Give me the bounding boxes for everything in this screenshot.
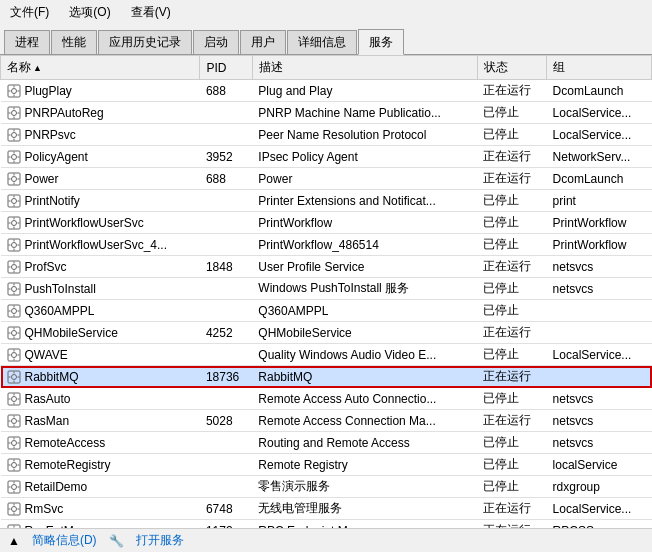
table-row[interactable]: Q360AMPPLQ360AMPPL已停止 [1, 300, 652, 322]
svg-point-1 [11, 88, 16, 93]
cell-desc: QHMobileService [252, 322, 477, 344]
service-name: Q360AMPPL [25, 304, 95, 318]
tab-startup[interactable]: 启动 [193, 30, 239, 54]
service-name: ProfSvc [25, 260, 67, 274]
cell-status: 已停止 [477, 432, 546, 454]
col-group[interactable]: 组 [547, 56, 652, 80]
task-manager-window: 文件(F) 选项(O) 查看(V) 进程 性能 应用历史记录 启动 用户 详细信… [0, 0, 652, 552]
table-row[interactable]: PlugPlay688Plug and Play正在运行DcomLaunch [1, 80, 652, 102]
table-row[interactable]: PNRPsvcPeer Name Resolution Protocol已停止L… [1, 124, 652, 146]
svg-point-25 [11, 176, 16, 181]
service-icon [7, 370, 21, 384]
cell-name: RabbitMQ [1, 366, 200, 388]
cell-status: 已停止 [477, 300, 546, 322]
cell-pid [200, 432, 252, 454]
service-name: PrintNotify [25, 194, 80, 208]
table-row[interactable]: QWAVEQuality Windows Audio Video E...已停止… [1, 344, 652, 366]
cell-group: netsvcs [547, 388, 652, 410]
table-row[interactable]: RemoteRegistryRemote Registry已停止localSer… [1, 454, 652, 476]
cell-desc: Windows PushToInstall 服务 [252, 278, 477, 300]
service-icon [7, 414, 21, 428]
cell-group [547, 322, 652, 344]
table-row[interactable]: RabbitMQ18736RabbitMQ正在运行 [1, 366, 652, 388]
cell-group: RPCSS [547, 520, 652, 529]
cell-desc: PrintWorkflow [252, 212, 477, 234]
svg-point-109 [11, 484, 16, 489]
cell-status: 正在运行 [477, 146, 546, 168]
cell-desc: RPC Endpoint Mapper [252, 520, 477, 529]
tab-users[interactable]: 用户 [240, 30, 286, 54]
table-row[interactable]: Power688Power正在运行DcomLaunch [1, 168, 652, 190]
separator: 🔧 [109, 534, 124, 548]
table-row[interactable]: PNRPAutoRegPNRP Machine Name Publicatio.… [1, 102, 652, 124]
menu-bar: 文件(F) 选项(O) 查看(V) [0, 0, 652, 25]
cell-group: LocalService... [547, 498, 652, 520]
col-pid[interactable]: PID [200, 56, 252, 80]
table-row[interactable]: RasAutoRemote Access Auto Connectio...已停… [1, 388, 652, 410]
table-row[interactable]: PrintWorkflowUserSvc_4...PrintWorkflow_4… [1, 234, 652, 256]
cell-name: RpcEptMapper [1, 520, 200, 529]
tab-services[interactable]: 服务 [358, 29, 404, 55]
cell-desc: IPsec Policy Agent [252, 146, 477, 168]
cell-pid: 5028 [200, 410, 252, 432]
cell-name: RemoteAccess [1, 432, 200, 454]
table-row[interactable]: RetailDemo零售演示服务已停止rdxgroup [1, 476, 652, 498]
table-row[interactable]: PrintWorkflowUserSvcPrintWorkflow已停止Prin… [1, 212, 652, 234]
cell-desc: Plug and Play [252, 80, 477, 102]
cell-name: RmSvc [1, 498, 200, 520]
table-row[interactable]: RmSvc6748无线电管理服务正在运行LocalService... [1, 498, 652, 520]
cell-name: RasAuto [1, 388, 200, 410]
cell-status: 已停止 [477, 124, 546, 146]
cell-pid [200, 190, 252, 212]
cell-status: 已停止 [477, 234, 546, 256]
cell-desc: Printer Extensions and Notificat... [252, 190, 477, 212]
cell-status: 已停止 [477, 102, 546, 124]
cell-name: PrintWorkflowUserSvc [1, 212, 200, 234]
col-status[interactable]: 状态 [477, 56, 546, 80]
menu-view[interactable]: 查看(V) [125, 2, 177, 23]
col-name[interactable]: 名称 ▲ [1, 56, 200, 80]
tab-details[interactable]: 详细信息 [287, 30, 357, 54]
table-row[interactable]: PushToInstallWindows PushToInstall 服务已停止… [1, 278, 652, 300]
cell-group: localService [547, 454, 652, 476]
table-row[interactable]: ProfSvc1848User Profile Service正在运行netsv… [1, 256, 652, 278]
cell-group: print [547, 190, 652, 212]
svg-point-49 [11, 264, 16, 269]
table-row[interactable]: PolicyAgent3952IPsec Policy Agent正在运行Net… [1, 146, 652, 168]
cell-group: LocalService... [547, 344, 652, 366]
cell-pid: 18736 [200, 366, 252, 388]
service-icon [7, 84, 21, 98]
cell-status: 正在运行 [477, 256, 546, 278]
col-desc[interactable]: 描述 [252, 56, 477, 80]
cell-pid: 688 [200, 168, 252, 190]
tab-process[interactable]: 进程 [4, 30, 50, 54]
cell-name: RetailDemo [1, 476, 200, 498]
cell-status: 正在运行 [477, 520, 546, 529]
cell-pid [200, 278, 252, 300]
table-row[interactable]: QHMobileService4252QHMobileService正在运行 [1, 322, 652, 344]
tab-app-history[interactable]: 应用历史记录 [98, 30, 192, 54]
cell-group: PrintWorkflow [547, 234, 652, 256]
services-table-container[interactable]: 名称 ▲ PID 描述 状态 组 PlugPlay688Plug and P [0, 55, 652, 528]
cell-pid [200, 234, 252, 256]
open-services-link[interactable]: 打开服务 [136, 532, 184, 549]
service-name: PNRPAutoReg [25, 106, 104, 120]
table-row[interactable]: RemoteAccessRouting and Remote Access已停止… [1, 432, 652, 454]
cell-pid [200, 300, 252, 322]
table-row[interactable]: PrintNotifyPrinter Extensions and Notifi… [1, 190, 652, 212]
cell-pid [200, 476, 252, 498]
brief-info-link[interactable]: 简略信息(D) [32, 532, 97, 549]
table-row[interactable]: RasMan5028Remote Access Connection Ma...… [1, 410, 652, 432]
cell-pid [200, 454, 252, 476]
menu-file[interactable]: 文件(F) [4, 2, 55, 23]
bottom-icon: ▲ [8, 534, 20, 548]
svg-point-85 [11, 396, 16, 401]
cell-pid: 4252 [200, 322, 252, 344]
cell-status: 正在运行 [477, 366, 546, 388]
menu-options[interactable]: 选项(O) [63, 2, 116, 23]
service-name: RemoteRegistry [25, 458, 111, 472]
tab-performance[interactable]: 性能 [51, 30, 97, 54]
table-row[interactable]: RpcEptMapper1172RPC Endpoint Mapper正在运行R… [1, 520, 652, 529]
service-name: RemoteAccess [25, 436, 106, 450]
service-name: PNRPsvc [25, 128, 76, 142]
